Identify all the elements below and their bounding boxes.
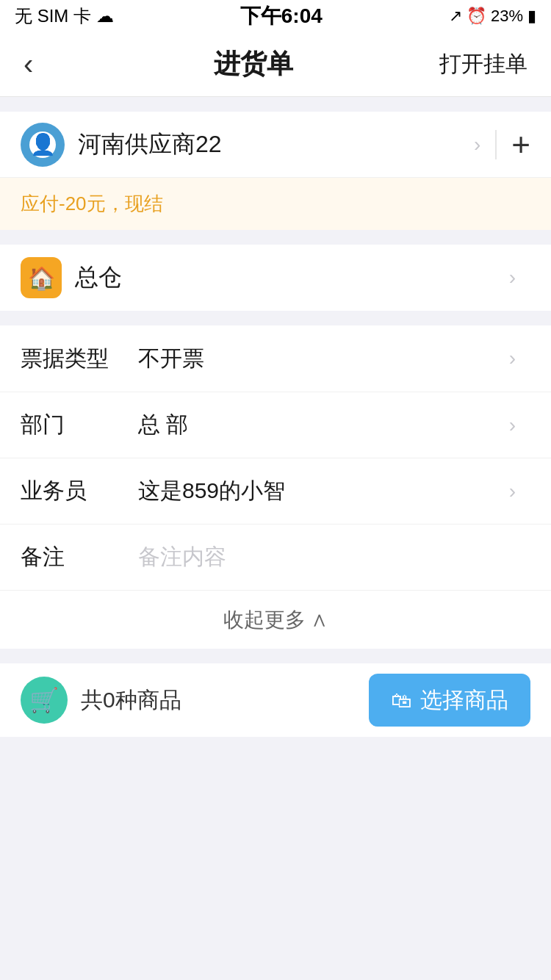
status-time: 下午6:04 [240,2,323,30]
chevron-right-icon: › [474,133,480,156]
avatar: 👤 [21,123,65,167]
product-icon-wrap: 🛒 [21,677,68,724]
status-bar: 无 SIM 卡 ☁ 下午6:04 ↗ ⏰ 23% ▮ [0,0,551,32]
warehouse-icon: 🏠 [21,257,62,298]
department-value: 总 部 [123,410,509,440]
form-row-remarks[interactable]: 备注 备注内容 [0,524,551,590]
select-product-icon: 🛍 [391,688,411,713]
collapse-button[interactable]: 收起更多 ∧ [0,590,551,649]
remarks-input[interactable]: 备注内容 [123,542,530,572]
collapse-label: 收起更多 ∧ [223,606,328,634]
footer-area [0,737,551,972]
gap-3 [0,311,551,325]
supplier-name: 河南供应商22 [78,129,474,161]
select-product-button[interactable]: 🛍 选择商品 [369,674,530,727]
status-left: 无 SIM 卡 ☁ [15,4,114,28]
form-row-department[interactable]: 部门 总 部 › [0,392,551,458]
warehouse-name: 总仓 [75,262,509,294]
add-supplier-button[interactable]: + [511,129,530,161]
battery-icon: ▮ [527,7,536,26]
ticket-label: 票据类型 [21,344,123,374]
sim-signal: 无 SIM 卡 ☁ [15,4,114,28]
battery-level: 23% [491,7,523,26]
avatar-icon: 👤 [29,131,56,158]
supplier-section: 👤 河南供应商22 › + 应付-20元，现结 [0,112,551,230]
home-icon: 🏠 [28,265,55,291]
supplier-row[interactable]: 👤 河南供应商22 › + [0,112,551,178]
gap-2 [0,230,551,245]
notice-text: 应付-20元，现结 [21,192,163,215]
nav-bar: ‹ 进货单 打开挂单 [0,32,551,97]
bag-icon: 🛒 [29,686,59,714]
divider [495,130,497,159]
product-count: 共0种商品 [81,685,369,716]
alarm-icon: ⏰ [467,7,486,26]
warehouse-section: 🏠 总仓 › [0,245,551,311]
page-title: 进货单 [214,46,293,82]
form-section: 票据类型 不开票 › 部门 总 部 › 业务员 这是859的小智 › 备注 备注… [0,325,551,649]
select-product-label: 选择商品 [420,685,508,716]
warehouse-row[interactable]: 🏠 总仓 › [0,245,551,311]
salesperson-chevron-icon: › [509,480,516,503]
department-chevron-icon: › [509,414,516,437]
department-label: 部门 [21,410,123,440]
warehouse-chevron-icon: › [509,266,516,289]
ticket-value: 不开票 [123,344,509,374]
salesperson-label: 业务员 [21,476,123,506]
open-pending-button[interactable]: 打开挂单 [439,49,527,79]
location-icon: ↗ [449,7,462,26]
back-button[interactable]: ‹ [24,48,68,81]
form-row-ticket[interactable]: 票据类型 不开票 › [0,325,551,392]
status-right: ↗ ⏰ 23% ▮ [449,7,536,26]
person-icon: 👤 [30,132,56,156]
remarks-label: 备注 [21,542,123,572]
notice-bar: 应付-20元，现结 [0,178,551,230]
ticket-chevron-icon: › [509,347,516,370]
gap-1 [0,97,551,112]
bottom-bar: 🛒 共0种商品 🛍 选择商品 [0,663,551,737]
salesperson-value: 这是859的小智 [123,476,509,506]
form-row-salesperson[interactable]: 业务员 这是859的小智 › [0,458,551,524]
